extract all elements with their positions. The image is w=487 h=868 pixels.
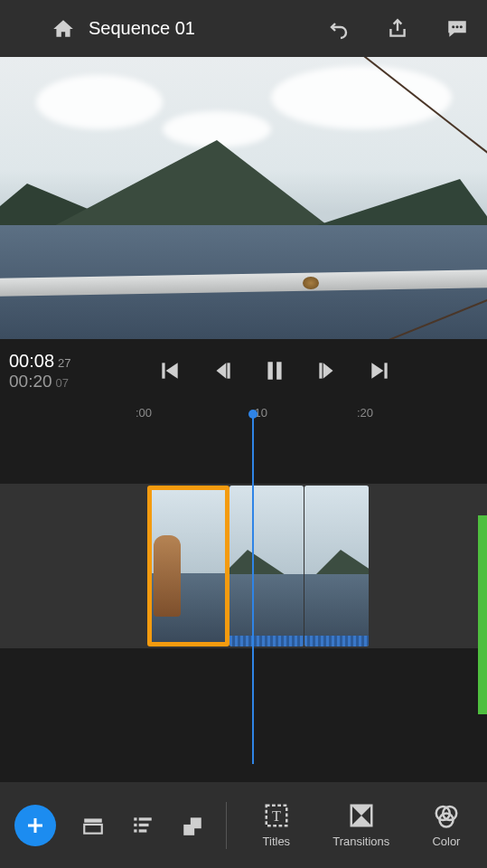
svg-text:T: T xyxy=(272,808,281,825)
time-ruler[interactable]: :00 :10 :20 xyxy=(0,402,487,429)
svg-rect-14 xyxy=(139,823,149,826)
skip-start-icon[interactable] xyxy=(158,359,182,382)
transport-bar: 00:08 27 00:20 07 xyxy=(0,339,487,402)
svg-point-0 xyxy=(452,25,454,28)
sequence-title: Sequence 01 xyxy=(89,18,195,39)
home-icon[interactable] xyxy=(51,17,76,41)
ruler-tick: :20 xyxy=(357,406,373,420)
color-label: Color xyxy=(432,835,460,848)
undo-icon[interactable] xyxy=(326,18,351,40)
pause-icon[interactable] xyxy=(263,359,286,382)
comments-icon[interactable] xyxy=(444,17,471,41)
svg-rect-10 xyxy=(84,824,102,833)
transitions-icon xyxy=(348,802,375,829)
step-forward-icon[interactable] xyxy=(315,359,339,382)
svg-rect-18 xyxy=(183,824,194,835)
svg-rect-9 xyxy=(84,818,102,822)
step-back-icon[interactable] xyxy=(211,359,234,382)
project-panel-icon[interactable] xyxy=(80,814,107,837)
share-icon[interactable] xyxy=(386,17,409,41)
current-time: 00:08 xyxy=(9,350,54,372)
preview-monitor[interactable] xyxy=(0,57,487,339)
titles-icon: T xyxy=(263,802,290,829)
divider xyxy=(226,802,227,849)
svg-rect-7 xyxy=(319,363,322,378)
color-tool[interactable]: Color xyxy=(432,802,460,848)
skip-end-icon[interactable] xyxy=(368,359,391,382)
transitions-label: Transitions xyxy=(332,835,389,848)
svg-rect-5 xyxy=(267,362,272,380)
svg-rect-16 xyxy=(139,829,147,832)
timeline[interactable]: :00 :10 :20 xyxy=(0,402,487,782)
transitions-tool[interactable]: Transitions xyxy=(332,802,389,848)
clip[interactable] xyxy=(229,486,304,646)
empty-track[interactable] xyxy=(0,661,487,715)
titles-label: Titles xyxy=(263,835,291,848)
audio-waveform xyxy=(304,636,369,646)
bottom-toolbar: T Titles Transitions Color xyxy=(0,782,487,868)
layers-icon[interactable] xyxy=(179,814,206,837)
svg-rect-3 xyxy=(162,363,164,378)
timecode-display: 00:08 27 00:20 07 xyxy=(9,350,71,392)
audio-clip[interactable] xyxy=(478,515,487,714)
audio-waveform xyxy=(229,636,304,646)
svg-rect-12 xyxy=(139,817,152,820)
current-frames: 27 xyxy=(58,356,70,371)
svg-rect-4 xyxy=(227,363,229,378)
svg-rect-6 xyxy=(276,362,281,380)
svg-rect-13 xyxy=(134,823,136,826)
clip-selected[interactable] xyxy=(147,486,229,646)
color-icon xyxy=(433,802,460,829)
svg-rect-15 xyxy=(134,829,136,832)
svg-point-2 xyxy=(460,25,463,28)
svg-point-1 xyxy=(455,25,458,28)
ruler-tick: :00 xyxy=(136,406,152,420)
playhead[interactable] xyxy=(252,415,254,764)
clip[interactable] xyxy=(304,486,369,646)
titles-tool[interactable]: T Titles xyxy=(263,802,291,848)
svg-rect-11 xyxy=(134,817,136,820)
total-time: 00:20 xyxy=(9,372,52,392)
svg-rect-8 xyxy=(384,363,387,378)
list-icon[interactable] xyxy=(130,814,155,837)
total-frames: 07 xyxy=(56,376,69,391)
app-header: Sequence 01 xyxy=(0,0,487,57)
add-button[interactable] xyxy=(14,805,56,846)
